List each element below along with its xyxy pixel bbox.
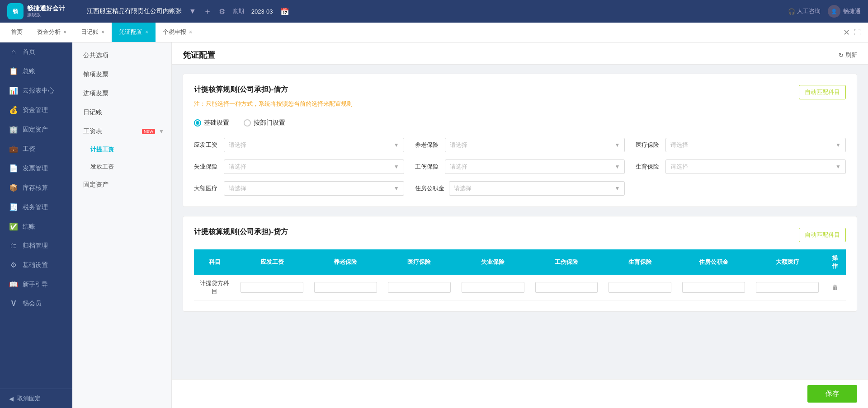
th-ylbx2: 医疗保险: [382, 249, 456, 275]
sidebar-item-reports[interactable]: 📊 云报表中心: [0, 81, 72, 100]
radio-group: 基础设置 按部门设置: [194, 119, 846, 127]
select-zfgjj-arrow: ▼: [614, 185, 620, 192]
tab-tax-label: 个税申报: [163, 28, 186, 36]
sidebar-item-guide[interactable]: 📖 新手引导: [0, 275, 72, 294]
radio-basic[interactable]: 基础设置: [194, 119, 229, 127]
select-ylbx2[interactable]: 请选择 ▼: [665, 138, 846, 152]
th-ylbx: 养老保险: [309, 249, 382, 275]
sidebar-label-salary: 工资: [23, 145, 35, 153]
select-sybx2-arrow: ▼: [835, 164, 841, 170]
sub-nav-sales[interactable]: 销项发票: [72, 65, 171, 84]
radio-basic-btn[interactable]: [194, 119, 201, 127]
radio-dept[interactable]: 按部门设置: [244, 119, 285, 127]
sidebar-item-settings[interactable]: ⚙ 基础设置: [0, 255, 72, 275]
sub-nav-public[interactable]: 公共选项: [72, 46, 171, 65]
settings-nav-icon: ⚙: [9, 261, 18, 269]
sub-nav-pay-salary-label: 发放工资: [90, 163, 114, 170]
panel-header: 凭证配置 ↻ 刷新: [172, 42, 868, 65]
sub-nav-public-label: 公共选项: [83, 52, 108, 59]
input-gsbx[interactable]: [535, 282, 598, 293]
sidebar-item-assets[interactable]: 🏢 固定资产: [0, 120, 72, 139]
form-item-sybx: 失业保险 请选择 ▼: [194, 159, 404, 174]
page-title: 凭证配置: [183, 50, 215, 61]
expand-icon[interactable]: ⛶: [854, 28, 861, 37]
input-ylbx2[interactable]: [388, 282, 451, 293]
sidebar-item-tax[interactable]: 🧾 税务管理: [0, 197, 72, 217]
select-sybx2[interactable]: 请选择 ▼: [665, 159, 846, 174]
content-area: 公共选项 销项发票 进项发票 日记账 工资表 NEW ▼ 计提工资 发放工资: [72, 42, 868, 408]
sidebar-item-invoice[interactable]: 📄 发票管理: [0, 159, 72, 178]
select-sybx[interactable]: 请选择 ▼: [224, 159, 404, 174]
sub-nav-purchase-label: 进项发票: [83, 89, 108, 97]
tab-voucher[interactable]: 凭证配置 ×: [112, 23, 156, 42]
sub-nav-fixed-assets[interactable]: 固定资产: [72, 175, 171, 194]
close-tab-icon[interactable]: ✕: [843, 28, 850, 38]
select-deyly[interactable]: 请选择 ▼: [224, 181, 404, 196]
td-yfgz: [235, 275, 309, 300]
main-panel: 凭证配置 ↻ 刷新 计提核算规则(公司承担)-借方 注：只能选择一种方式，系统将…: [172, 42, 868, 408]
top-bar-right: 🎧 人工咨询 👤 畅捷通: [788, 5, 861, 18]
sub-nav-salary-table[interactable]: 工资表 NEW ▼: [72, 122, 171, 141]
sidebar-item-vip[interactable]: V 畅会员: [0, 294, 72, 313]
select-ylbx[interactable]: 请选择 ▼: [445, 138, 625, 152]
sub-nav-calc-salary[interactable]: 计提工资: [72, 141, 171, 158]
sidebar: ⌂ 首页 📋 总账 📊 云报表中心 💰 资金管理 🏢 固定资产 💼 工资 📄 发…: [0, 42, 72, 408]
sub-nav-journal[interactable]: 日记账: [72, 103, 171, 122]
label-ylbx: 养老保险: [415, 141, 440, 149]
tab-journal[interactable]: 日记账 ×: [74, 23, 112, 42]
delete-row-icon[interactable]: 🗑: [832, 284, 838, 291]
settings-icon[interactable]: ⚙: [219, 7, 225, 16]
select-sybx-placeholder: 请选择: [229, 163, 246, 171]
input-ylbx[interactable]: [314, 282, 377, 293]
sidebar-item-salary[interactable]: 💼 工资: [0, 139, 72, 159]
sub-nav-salary-table-label: 工资表: [83, 127, 102, 135]
form-item-sybx2: 生育保险 请选择 ▼: [636, 159, 846, 174]
service-button[interactable]: 🎧 人工咨询: [788, 7, 821, 15]
radio-dept-btn[interactable]: [244, 119, 251, 127]
debit-form-grid: 应发工资 请选择 ▼ 养老保险 请选择 ▼: [194, 138, 846, 196]
input-deyly[interactable]: [756, 282, 819, 293]
salary-icon: 💼: [9, 145, 18, 153]
sidebar-item-archive[interactable]: 🗂 归档管理: [0, 236, 72, 255]
calendar-icon[interactable]: 📅: [280, 7, 289, 16]
sidebar-item-settle[interactable]: ✅ 结账: [0, 217, 72, 236]
input-yfgz[interactable]: [241, 282, 303, 293]
tab-tax[interactable]: 个税申报 ×: [156, 23, 199, 42]
tab-tax-close[interactable]: ×: [189, 29, 192, 35]
tab-finance[interactable]: 资金分析 ×: [30, 23, 74, 42]
sidebar-label-tax: 税务管理: [23, 203, 48, 211]
sub-nav-pay-salary[interactable]: 发放工资: [72, 158, 171, 175]
sidebar-label-capital: 资金管理: [23, 106, 48, 114]
sidebar-item-home[interactable]: ⌂ 首页: [0, 42, 72, 61]
save-button[interactable]: 保存: [807, 385, 857, 403]
sidebar-label-settle: 结账: [23, 223, 35, 231]
tab-voucher-close[interactable]: ×: [145, 29, 148, 35]
refresh-button[interactable]: ↻ 刷新: [839, 51, 857, 59]
tab-home[interactable]: 首页: [4, 23, 30, 42]
select-gsbx-placeholder: 请选择: [450, 163, 467, 171]
cancel-fixed-button[interactable]: ◀ 取消固定: [0, 389, 72, 408]
input-sybx2[interactable]: [609, 282, 671, 293]
sidebar-item-inventory[interactable]: 📦 库存核算: [0, 178, 72, 197]
sidebar-item-ledger[interactable]: 📋 总账: [0, 61, 72, 81]
debit-auto-match-button[interactable]: 自动匹配科目: [799, 85, 846, 99]
sub-nav-purchase[interactable]: 进项发票: [72, 84, 171, 103]
select-ylbx2-arrow: ▼: [835, 142, 841, 148]
company-dropdown-icon[interactable]: ▼: [189, 7, 196, 15]
sidebar-item-capital[interactable]: 💰 资金管理: [0, 100, 72, 120]
tab-finance-close[interactable]: ×: [63, 29, 66, 35]
select-gsbx[interactable]: 请选择 ▼: [445, 159, 625, 174]
add-icon[interactable]: ＋: [203, 6, 212, 17]
th-subject: 科目: [194, 249, 235, 275]
tab-journal-close[interactable]: ×: [101, 29, 104, 35]
panel-body: 计提核算规则(公司承担)-借方 注：只能选择一种方式，系统将按照您当前的选择来配…: [172, 65, 868, 379]
label-zfgjj: 住房公积金: [415, 184, 444, 192]
select-yfgz[interactable]: 请选择 ▼: [224, 138, 404, 152]
input-sybx[interactable]: [462, 282, 524, 293]
debit-section: 计提核算规则(公司承担)-借方 注：只能选择一种方式，系统将按照您当前的选择来配…: [183, 74, 857, 207]
ledger-icon: 📋: [9, 67, 18, 75]
credit-auto-match-button[interactable]: 自动匹配科目: [799, 228, 846, 242]
input-zfgjj[interactable]: [682, 282, 745, 293]
app-name: 畅捷通好会计: [27, 5, 65, 12]
select-zfgjj[interactable]: 请选择 ▼: [449, 181, 625, 196]
